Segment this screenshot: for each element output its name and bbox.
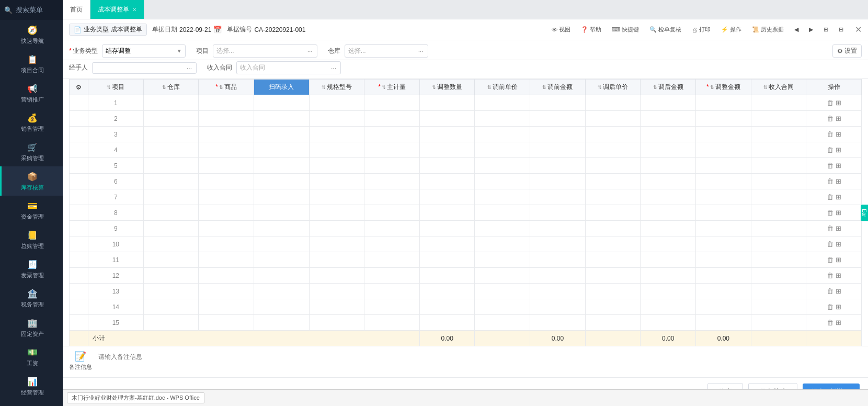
sidebar-item-tax[interactable]: 🏦税务管理 bbox=[0, 284, 63, 313]
row-prev-amount-4[interactable] bbox=[530, 142, 586, 158]
row-after-amount-2[interactable] bbox=[641, 111, 696, 127]
shortcut-btn[interactable]: ⌨快捷键 bbox=[609, 25, 642, 35]
sidebar-item-project-contract[interactable]: 📋项目合同 bbox=[0, 49, 63, 78]
row-warehouse-8[interactable] bbox=[199, 205, 254, 221]
row-project-6[interactable] bbox=[143, 174, 199, 189]
row-after-amount-13[interactable] bbox=[641, 284, 696, 299]
copy-row-btn-9[interactable]: ⊞ bbox=[836, 224, 841, 232]
row-income-contract-5[interactable] bbox=[751, 158, 806, 174]
row-prev-price-13[interactable] bbox=[475, 284, 530, 299]
row-adj-amount-5[interactable] bbox=[696, 158, 751, 174]
row-income-contract-7[interactable] bbox=[751, 189, 806, 205]
settings-button[interactable]: ⚙ 设置 bbox=[832, 44, 862, 58]
row-spec-11[interactable] bbox=[309, 252, 364, 268]
view-btn[interactable]: 👁视图 bbox=[549, 25, 574, 35]
row-spec-9[interactable] bbox=[309, 221, 364, 236]
row-prev-price-1[interactable] bbox=[475, 95, 530, 111]
copy-row-btn-11[interactable]: ⊞ bbox=[836, 256, 841, 264]
row-project-4[interactable] bbox=[143, 142, 199, 158]
row-income-contract-8[interactable] bbox=[751, 205, 806, 221]
row-unit-15[interactable] bbox=[364, 315, 420, 331]
row-income-contract-14[interactable] bbox=[751, 299, 806, 315]
row-prev-amount-9[interactable] bbox=[530, 221, 586, 236]
row-after-price-6[interactable] bbox=[585, 174, 641, 189]
row-project-14[interactable] bbox=[143, 299, 199, 315]
row-warehouse-3[interactable] bbox=[199, 127, 254, 142]
row-prev-amount-2[interactable] bbox=[530, 111, 586, 127]
row-adj-amount-15[interactable] bbox=[696, 315, 751, 331]
row-warehouse-2[interactable] bbox=[199, 111, 254, 127]
copy-row-btn-5[interactable]: ⊞ bbox=[836, 162, 841, 170]
row-prev-amount-5[interactable] bbox=[530, 158, 586, 174]
row-adj-amount-6[interactable] bbox=[696, 174, 751, 189]
row-product-9[interactable] bbox=[254, 221, 309, 236]
row-income-contract-10[interactable] bbox=[751, 236, 806, 252]
row-income-contract-12[interactable] bbox=[751, 268, 806, 284]
row-warehouse-10[interactable] bbox=[199, 236, 254, 252]
row-income-contract-13[interactable] bbox=[751, 284, 806, 299]
row-adj-qty-14[interactable] bbox=[419, 299, 475, 315]
row-adj-amount-9[interactable] bbox=[696, 221, 751, 236]
delete-row-btn-1[interactable]: 🗑 bbox=[827, 99, 833, 107]
sidebar-item-fixed-assets[interactable]: 🏢固定资产 bbox=[0, 313, 63, 342]
delete-row-btn-3[interactable]: 🗑 bbox=[827, 130, 833, 138]
row-after-amount-5[interactable] bbox=[641, 158, 696, 174]
row-product-11[interactable] bbox=[254, 252, 309, 268]
row-spec-8[interactable] bbox=[309, 205, 364, 221]
row-prev-price-7[interactable] bbox=[475, 189, 530, 205]
row-spec-13[interactable] bbox=[309, 284, 364, 299]
row-spec-4[interactable] bbox=[309, 142, 364, 158]
copy-row-btn-6[interactable]: ⊞ bbox=[836, 177, 841, 185]
row-prev-amount-10[interactable] bbox=[530, 236, 586, 252]
copy-row-btn-14[interactable]: ⊞ bbox=[836, 303, 841, 311]
row-warehouse-15[interactable] bbox=[199, 315, 254, 331]
handler-select[interactable]: ··· bbox=[92, 62, 197, 74]
row-product-1[interactable] bbox=[254, 95, 309, 111]
row-prev-price-10[interactable] bbox=[475, 236, 530, 252]
taskbar-item[interactable]: 木门行业好业财处理方案-墓红红.doc - WPS Office bbox=[67, 392, 204, 403]
row-after-amount-10[interactable] bbox=[641, 236, 696, 252]
row-warehouse-14[interactable] bbox=[199, 299, 254, 315]
row-prev-price-11[interactable] bbox=[475, 252, 530, 268]
delete-row-btn-7[interactable]: 🗑 bbox=[827, 193, 833, 201]
delete-row-btn-4[interactable]: 🗑 bbox=[827, 146, 833, 154]
row-adj-amount-10[interactable] bbox=[696, 236, 751, 252]
row-prev-amount-13[interactable] bbox=[530, 284, 586, 299]
sidebar-item-marketing[interactable]: 📢营销推广 bbox=[0, 78, 63, 108]
row-warehouse-11[interactable] bbox=[199, 252, 254, 268]
dots-icon2[interactable]: ··· bbox=[417, 48, 425, 55]
row-product-2[interactable] bbox=[254, 111, 309, 127]
row-after-amount-14[interactable] bbox=[641, 299, 696, 315]
row-income-contract-6[interactable] bbox=[751, 174, 806, 189]
col-scan[interactable]: 扫码录入 bbox=[254, 80, 309, 95]
row-prev-price-4[interactable] bbox=[475, 142, 530, 158]
row-adj-qty-8[interactable] bbox=[419, 205, 475, 221]
calendar-icon[interactable]: 📅 bbox=[213, 26, 222, 33]
row-spec-5[interactable] bbox=[309, 158, 364, 174]
view-list-btn[interactable]: ⊟ bbox=[836, 25, 847, 34]
copy-row-btn-4[interactable]: ⊞ bbox=[836, 146, 841, 154]
row-unit-3[interactable] bbox=[364, 127, 420, 142]
row-prev-amount-6[interactable] bbox=[530, 174, 586, 189]
row-unit-13[interactable] bbox=[364, 284, 420, 299]
row-product-5[interactable] bbox=[254, 158, 309, 174]
copy-row-btn-13[interactable]: ⊞ bbox=[836, 287, 841, 295]
row-project-12[interactable] bbox=[143, 268, 199, 284]
row-prev-amount-14[interactable] bbox=[530, 299, 586, 315]
row-unit-1[interactable] bbox=[364, 95, 420, 111]
delete-row-btn-13[interactable]: 🗑 bbox=[827, 287, 833, 295]
row-after-price-3[interactable] bbox=[585, 127, 641, 142]
row-unit-8[interactable] bbox=[364, 205, 420, 221]
row-adj-amount-11[interactable] bbox=[696, 252, 751, 268]
sidebar-item-operations[interactable]: 📊经营管理 bbox=[0, 371, 63, 401]
row-warehouse-12[interactable] bbox=[199, 268, 254, 284]
row-prev-amount-12[interactable] bbox=[530, 268, 586, 284]
row-project-5[interactable] bbox=[143, 158, 199, 174]
review-btn[interactable]: 🔍检单复核 bbox=[646, 25, 684, 35]
row-after-price-13[interactable] bbox=[585, 284, 641, 299]
row-adj-qty-15[interactable] bbox=[419, 315, 475, 331]
project-select[interactable]: 选择... ··· bbox=[213, 44, 317, 58]
row-after-amount-1[interactable] bbox=[641, 95, 696, 111]
delete-row-btn-2[interactable]: 🗑 bbox=[827, 115, 833, 122]
sidebar-item-capital[interactable]: 💳资金管理 bbox=[0, 196, 63, 225]
